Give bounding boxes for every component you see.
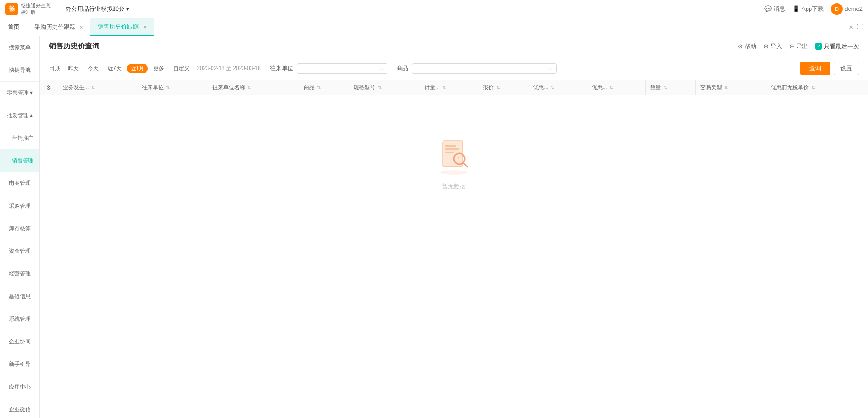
- sidebar-item-operation-mgmt[interactable]: 经营管理: [0, 262, 39, 285]
- sort-icon-quantity: ⇅: [664, 85, 667, 90]
- logo-icon: 畅: [5, 3, 18, 15]
- import-button[interactable]: ⊕ 导入: [764, 43, 782, 51]
- sort-icon-discount1: ⇅: [551, 85, 554, 90]
- sidebar-item-enterprise-collab[interactable]: 企业协同: [0, 330, 39, 353]
- col-settings[interactable]: ⚙: [40, 80, 58, 95]
- svg-rect-2: [445, 145, 456, 147]
- date-btn-7days[interactable]: 近7天: [104, 64, 125, 73]
- sidebar-item-ecommerce-mgmt[interactable]: 电商管理: [0, 172, 39, 195]
- tab-home[interactable]: 首页: [0, 18, 27, 36]
- date-range: 2023-02-18 至 2023-03-18: [197, 65, 260, 72]
- gear-icon: ⚙: [46, 85, 51, 91]
- date-btn-custom[interactable]: 自定义: [170, 64, 193, 73]
- window-controls: × ⛶: [849, 23, 868, 31]
- sidebar-item-finance-mgmt[interactable]: 资金管理: [0, 240, 39, 262]
- checkbox-icon: ✓: [815, 43, 822, 50]
- col-discount1[interactable]: 优惠... ⇅: [528, 80, 587, 95]
- col-pre-tax-price[interactable]: 优惠前无税单价 ⇅: [766, 80, 868, 95]
- col-business-date[interactable]: 业务发生... ⇅: [58, 80, 137, 95]
- empty-state: 暂无数据: [40, 95, 868, 227]
- date-label: 日期: [49, 64, 61, 72]
- action-buttons: 查询 设置: [800, 62, 859, 75]
- tab-sales-history[interactable]: 销售历史价跟踪 ×: [90, 18, 154, 36]
- avatar: D: [831, 3, 843, 15]
- svg-line-6: [463, 163, 467, 167]
- app-title[interactable]: 办公用品行业模拟账套 ▾: [66, 5, 129, 13]
- main-layout: 搜索菜单 快捷导航 零售管理 ▾ 批发管理 ▴ 营销推广 销售管理 电商管理 采…: [0, 36, 868, 418]
- sidebar-item-inventory-check[interactable]: 库存核算: [0, 217, 39, 240]
- help-icon: ⊙: [738, 43, 743, 50]
- col-goods[interactable]: 商品 ⇅: [299, 80, 349, 95]
- sidebar-item-retail-mgmt[interactable]: 零售管理 ▾: [0, 81, 39, 104]
- col-partner-code[interactable]: 往来单位 ⇅: [137, 80, 208, 95]
- svg-point-8: [458, 157, 459, 159]
- col-unit[interactable]: 计量... ⇅: [420, 80, 478, 95]
- topbar-left: 畅 畅捷通好生意 标准版 办公用品行业模拟账套 ▾: [5, 2, 129, 15]
- empty-text: 暂无数据: [442, 182, 466, 190]
- svg-rect-3: [445, 148, 459, 150]
- sidebar-item-sales-mgmt[interactable]: 销售管理: [0, 149, 39, 172]
- col-quote-price[interactable]: 报价 ⇅: [478, 80, 528, 95]
- sort-icon-discount2: ⇅: [609, 85, 613, 90]
- date-btn-more[interactable]: 更多: [150, 64, 168, 73]
- tab-purchase-history[interactable]: 采购历史价跟踪 ×: [27, 18, 90, 36]
- sort-icon-pre-tax-price: ⇅: [811, 85, 815, 90]
- sort-icon-partner-code: ⇅: [166, 85, 170, 90]
- sort-icon-trade-type: ⇅: [724, 85, 728, 90]
- col-spec[interactable]: 规格型号 ⇅: [349, 80, 420, 95]
- app-icon: 📱: [793, 5, 800, 12]
- sidebar-item-marketing[interactable]: 营销推广: [0, 127, 39, 149]
- col-partner-name[interactable]: 往来单位名称 ⇅: [208, 80, 299, 95]
- date-buttons: 昨天 今天 近7天 近1月 更多 自定义: [64, 64, 193, 73]
- date-filter-group: 日期 昨天 今天 近7天 近1月 更多 自定义 2023-02-18 至 202…: [49, 64, 261, 73]
- col-trade-type[interactable]: 交易类型 ⇅: [696, 80, 766, 95]
- tabbar: 首页 采购历史价跟踪 × 销售历史价跟踪 × × ⛶: [0, 18, 868, 36]
- sidebar-item-basic-info[interactable]: 基础信息: [0, 285, 39, 308]
- goods-filter-group: 商品 ···: [396, 63, 557, 74]
- goods-input[interactable]: ···: [412, 63, 557, 74]
- goods-label: 商品: [396, 64, 408, 72]
- close-window-icon[interactable]: ×: [849, 23, 853, 31]
- help-button[interactable]: ⊙ 帮助: [738, 43, 756, 51]
- logo-text: 畅捷通好生意 标准版: [21, 2, 51, 15]
- sidebar-item-app-center[interactable]: 应用中心: [0, 375, 39, 398]
- partner-input[interactable]: ···: [297, 63, 387, 74]
- page-header: 销售历史价查询 ⊙ 帮助 ⊕ 导入 ⊖ 导出 ✓: [40, 36, 868, 57]
- user-menu[interactable]: D demo2: [831, 3, 863, 15]
- col-quantity[interactable]: 数量 ⇅: [646, 80, 696, 95]
- export-icon: ⊖: [789, 43, 794, 50]
- svg-rect-4: [445, 152, 454, 153]
- data-table: ⚙ 业务发生... ⇅ 往来单位 ⇅ 往来单位名称 ⇅ 商品 ⇅: [40, 80, 868, 227]
- query-button[interactable]: 查询: [800, 62, 830, 75]
- chevron-down-icon: ▾: [126, 5, 129, 12]
- date-btn-1month[interactable]: 近1月: [127, 64, 148, 73]
- topbar-right: 💬 消息 📱 App下载 D demo2: [764, 3, 863, 15]
- sidebar-item-quick-nav[interactable]: 快捷导航: [0, 59, 39, 81]
- goods-input-dots[interactable]: ···: [547, 65, 552, 72]
- page-title: 销售历史价查询: [49, 42, 99, 57]
- sidebar-item-wholesale-mgmt[interactable]: 批发管理 ▴: [0, 104, 39, 127]
- close-tab-purchase-history[interactable]: ×: [80, 24, 83, 30]
- sidebar-item-system-mgmt[interactable]: 系统管理: [0, 308, 39, 330]
- settings-button[interactable]: 设置: [834, 62, 859, 75]
- maximize-window-icon[interactable]: ⛶: [857, 24, 863, 30]
- partner-input-dots[interactable]: ···: [378, 65, 383, 72]
- date-btn-yesterday[interactable]: 昨天: [64, 64, 82, 73]
- only-last-checkbox[interactable]: ✓ 只看最后一次: [815, 43, 859, 51]
- svg-point-0: [440, 170, 467, 175]
- message-button[interactable]: 💬 消息: [764, 5, 785, 13]
- col-discount2[interactable]: 优惠... ⇅: [587, 80, 646, 95]
- close-tab-sales-history[interactable]: ×: [143, 24, 146, 29]
- content-area: 销售历史价查询 ⊙ 帮助 ⊕ 导入 ⊖ 导出 ✓: [40, 36, 868, 418]
- app-download-button[interactable]: 📱 App下载: [793, 5, 824, 13]
- export-button[interactable]: ⊖ 导出: [789, 43, 808, 51]
- sort-icon-business-date: ⇅: [91, 85, 95, 90]
- date-btn-today[interactable]: 今天: [84, 64, 102, 73]
- table-container: ⚙ 业务发生... ⇅ 往来单位 ⇅ 往来单位名称 ⇅ 商品 ⇅: [40, 80, 868, 418]
- sort-icon-goods: ⇅: [317, 85, 321, 90]
- sidebar-item-search-menu[interactable]: 搜索菜单: [0, 36, 39, 59]
- sidebar-item-enterprise-wechat[interactable]: 企业微信: [0, 398, 39, 418]
- sidebar-item-purchase-mgmt[interactable]: 采购管理: [0, 195, 39, 217]
- sidebar-item-new-guide[interactable]: 新手引导: [0, 353, 39, 375]
- svg-point-7: [456, 156, 462, 162]
